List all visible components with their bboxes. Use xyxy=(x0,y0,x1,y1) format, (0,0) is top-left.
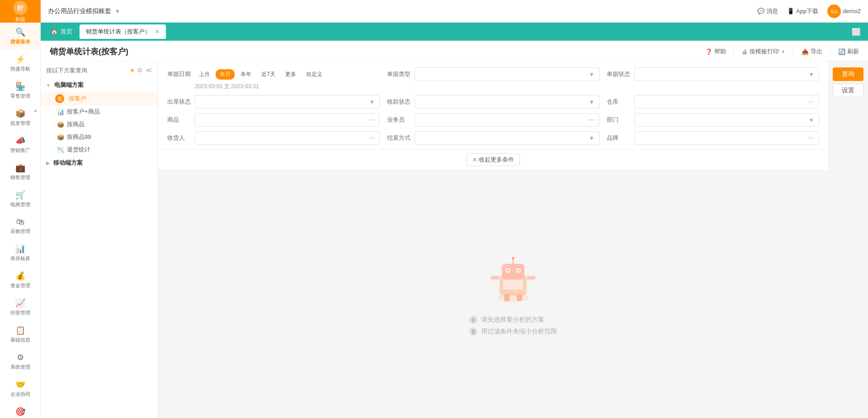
salesperson-dots-icon[interactable]: ··· xyxy=(589,116,594,124)
brand-dots-icon[interactable]: ··· xyxy=(808,134,814,142)
wholesale-arrow: ▲ xyxy=(33,108,38,113)
sidebar-item-basic[interactable]: 📋 基础信息 xyxy=(0,321,41,348)
settings-button[interactable]: 设置 xyxy=(833,84,863,97)
sidebar-item-search[interactable]: 🔍 搜索菜单 xyxy=(0,23,41,50)
tree: ▼ 电脑端方案 客 按客户 📊 按客户+商品 xyxy=(41,78,158,170)
order-status-select[interactable]: ▼ xyxy=(634,67,819,81)
receiver-input[interactable]: ··· xyxy=(195,131,380,145)
sidebar-item-wholesale[interactable]: 📦 批发管理 ▲ xyxy=(0,104,41,131)
sidebar-item-retail[interactable]: 🏪 零售管理 xyxy=(0,77,41,104)
date-btn-more[interactable]: 更多 xyxy=(281,69,300,80)
payment-method-select[interactable]: ▼ xyxy=(415,131,599,145)
sidebar-item-inventory[interactable]: 📊 库存核算 xyxy=(0,239,41,266)
home-icon: 🏠 xyxy=(51,28,58,35)
svg-rect-14 xyxy=(504,294,509,301)
tree-item-by-customer[interactable]: 客 按客户 xyxy=(41,92,158,105)
tree-group-label-mobile: 移动端方案 xyxy=(53,159,83,167)
svg-point-7 xyxy=(507,270,509,271)
sub-icon-3: 📦 xyxy=(57,134,64,141)
sidebar-item-ecommerce[interactable]: 🛒 电商管理 xyxy=(0,185,41,213)
product-input[interactable]: ··· xyxy=(195,113,380,127)
sidebar-item-operation[interactable]: 📈 经营管理 xyxy=(0,294,41,321)
print-icon: 🖨 xyxy=(742,48,748,55)
basic-icon: 📋 xyxy=(15,325,25,335)
add-scheme-btn[interactable]: + xyxy=(130,66,134,75)
export-btn[interactable]: 📤 导出 xyxy=(802,48,822,56)
brand-field: 品牌 ··· xyxy=(607,131,819,145)
print-dropdown-icon: ▼ xyxy=(781,49,785,54)
date-filter-field: 单据日期 上月 本月 本年 近7天 更多 xyxy=(167,69,380,80)
left-panel: 按以下方案查询 + ⚙ ≪ ▼ 电脑端方案 xyxy=(41,61,158,418)
filter-container: 单据日期 上月 本月 本年 近7天 更多 xyxy=(158,61,828,150)
date-btn-this-month[interactable]: 本月 xyxy=(216,69,235,80)
tree-group-desktop[interactable]: ▼ 电脑端方案 xyxy=(41,78,158,92)
sidebar-item-guide[interactable]: 🎯 新手引导 xyxy=(0,402,41,418)
date-btn-last-month[interactable]: 上月 xyxy=(195,69,214,80)
date-btn-custom[interactable]: 自定义 xyxy=(302,69,326,80)
tab-maximize-btn[interactable]: ⬜ xyxy=(848,26,864,38)
filter-and-btn: 单据日期 上月 本月 本年 近7天 更多 xyxy=(158,61,868,170)
collapse-panel-btn[interactable]: ≪ xyxy=(146,66,152,75)
tabbar: 🏠 首页 销货单统计表（按客户） ✕ ⬜ xyxy=(41,23,868,41)
top-title: 办公用品行业模拟账套 xyxy=(48,7,111,15)
product-dots-icon[interactable]: ··· xyxy=(369,116,375,124)
product-field: 商品 ··· xyxy=(167,113,380,127)
sidebar-item-finance[interactable]: 💰 资金管理 xyxy=(0,266,41,294)
empty-tips: 1 请先选择要分析的方案 2 用过滤条件来缩小分析范围 xyxy=(469,316,557,336)
collapse-more-btn[interactable]: ∧ 收起更多条件 xyxy=(467,153,520,166)
warehouse-input[interactable]: ··· xyxy=(634,95,819,109)
salesperson-input[interactable]: ··· xyxy=(415,113,599,127)
help-icon: ❓ xyxy=(705,48,712,55)
topbar-dropdown-icon[interactable]: ▼ xyxy=(115,8,120,14)
out-status-field: 出库状态 ▼ xyxy=(167,95,380,109)
filters-main: 单据日期 上月 本月 本年 近7天 更多 xyxy=(158,61,828,170)
sidebar-logo: 好 标版 xyxy=(0,0,41,23)
receiver-dots-icon[interactable]: ··· xyxy=(369,134,375,142)
settings-scheme-btn[interactable]: ⚙ xyxy=(137,66,143,75)
order-type-select[interactable]: ▼ xyxy=(415,67,599,81)
message-btn[interactable]: 💬 消息 xyxy=(757,7,778,15)
sidebar-item-sales[interactable]: 💼 销售管理 xyxy=(0,158,41,185)
empty-tip-1: 1 请先选择要分析的方案 xyxy=(469,316,557,324)
brand-input[interactable]: ··· xyxy=(634,131,819,145)
receipt-status-select[interactable]: ▼ xyxy=(415,95,599,109)
sub-icon-2: 📦 xyxy=(57,121,64,128)
query-button[interactable]: 查询 xyxy=(833,67,863,81)
tab-close-icon[interactable]: ✕ xyxy=(155,28,160,35)
print-btn[interactable]: 🖨 按模板打印 ▼ xyxy=(742,48,785,56)
date-btn-7days[interactable]: 近7天 xyxy=(257,69,279,80)
svg-point-8 xyxy=(518,270,519,271)
tab-home[interactable]: 🏠 首页 xyxy=(44,24,79,39)
tree-item-return-stat[interactable]: 📉 退货统计 xyxy=(41,143,158,156)
dept-select[interactable]: ▼ xyxy=(634,113,819,127)
warehouse-dots-icon[interactable]: ··· xyxy=(808,98,814,106)
sidebar-item-cooperation[interactable]: 🤝 企业协同 xyxy=(0,375,41,402)
tab-sales-stat[interactable]: 销货单统计表（按客户） ✕ xyxy=(80,24,166,39)
sub-icon-1: 📊 xyxy=(57,109,64,115)
out-status-label: 出库状态 xyxy=(167,98,192,106)
app-download-btn[interactable]: 📱 App下载 xyxy=(787,7,818,15)
sidebar-item-purchase[interactable]: 🛍 采购管理 xyxy=(0,213,41,239)
sidebar-item-marketing[interactable]: 📣 营销推广 xyxy=(0,131,41,158)
receiver-label: 收货人 xyxy=(167,134,192,142)
left-panel-title: 按以下方案查询 xyxy=(46,66,87,75)
tree-item-by-product[interactable]: 📦 按商品 xyxy=(41,118,158,131)
date-btn-this-year[interactable]: 本年 xyxy=(236,69,255,80)
user-profile[interactable]: Ea demo2 xyxy=(827,5,861,18)
tree-item-by-customer-product[interactable]: 📊 按客户+商品 xyxy=(41,105,158,118)
page-title: 销货单统计表(按客户) xyxy=(50,46,128,57)
inventory-icon: 📊 xyxy=(15,244,25,254)
operation-icon: 📈 xyxy=(15,298,25,308)
left-panel-actions: + ⚙ ≪ xyxy=(130,66,152,75)
tree-item-by-product-99[interactable]: 📦 按商品99 xyxy=(41,131,158,143)
svg-rect-13 xyxy=(503,280,523,290)
sidebar-item-system[interactable]: ⚙ 系统管理 xyxy=(0,348,41,375)
date-controls: 上月 本月 本年 近7天 更多 自定义 xyxy=(195,69,380,80)
refresh-btn[interactable]: 🔄 刷新 xyxy=(838,48,859,56)
tree-group-mobile[interactable]: ▶ 移动端方案 xyxy=(41,156,158,170)
sidebar-item-shortcuts[interactable]: ⚡ 快捷导航 xyxy=(0,50,41,77)
help-btn[interactable]: ❓ 帮助 xyxy=(705,48,726,56)
out-status-select[interactable]: ▼ xyxy=(195,95,380,109)
sidebar-logo-text: 标版 xyxy=(15,16,25,23)
finance-icon: 💰 xyxy=(15,271,25,281)
